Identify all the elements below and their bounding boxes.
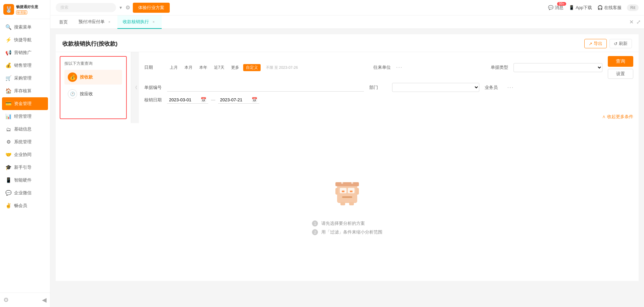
top-header: 搜索 ▼ ⚙ 体验行业方案 💬 消息 99+ 📱 App下载 🎧 在线客服 Ri…: [50, 0, 644, 15]
empty-state: 1 请先选择要分析的方案 2 用「过滤」条件来缩小分析范围: [56, 126, 639, 281]
sidebar-item-quick-nav[interactable]: ⚡ 快捷导航: [0, 34, 50, 46]
doc-no-input[interactable]: [167, 84, 364, 92]
sidebar-item-basic-info[interactable]: 🗂 基础信息: [0, 123, 50, 136]
tab-close-receipt[interactable]: ×: [151, 19, 156, 24]
date-tab-this-month[interactable]: 本月: [182, 64, 195, 71]
empty-illustration: [327, 171, 367, 212]
salesperson-label: 业务员: [485, 85, 505, 91]
sidebar-bottom: ⚙ ◀: [0, 293, 50, 307]
filter-by-receipt-label: 按收款: [80, 74, 93, 80]
svg-rect-3: [342, 191, 344, 192]
offset-date-end-input[interactable]: 2023-07-21: [220, 97, 250, 102]
tab-home[interactable]: 首页: [54, 15, 73, 29]
svg-rect-4: [350, 191, 353, 192]
collapse-icon[interactable]: ◀: [42, 296, 47, 304]
tab-close-prepay[interactable]: ×: [107, 19, 112, 24]
calendar-start-icon[interactable]: 📅: [201, 97, 206, 102]
doc-no-label: 单据编号: [144, 85, 164, 91]
tab-receipt-offset[interactable]: 收款核销执行 ×: [117, 15, 162, 29]
query-row-2: 单据编号 部门 业务员 ···: [144, 83, 633, 92]
filter-panel-title: 按以下方案查询: [64, 61, 122, 66]
settings-bottom-icon[interactable]: ⚙: [3, 296, 9, 304]
more-conditions-toggle[interactable]: ∧ 收起更多条件: [139, 112, 639, 123]
offset-date-start-input[interactable]: 2023-03-01: [169, 97, 199, 102]
sidebar-item-hardware[interactable]: 📱 智能硬件: [0, 174, 50, 187]
sidebar-item-operations[interactable]: 📊 经营管理: [0, 110, 50, 123]
message-icon: 💬: [548, 5, 553, 10]
filter-by-receivable[interactable]: 🕐 按应收: [64, 87, 122, 101]
solution-button[interactable]: 体验行业方案: [133, 3, 170, 13]
settings-icon[interactable]: ⚙: [125, 4, 130, 11]
gear-icon: ⚙: [5, 139, 11, 145]
page-title: 收款核销执行(按收款): [62, 40, 117, 48]
user-avatar[interactable]: Rit: [627, 4, 639, 11]
sidebar: 🐰 畅捷通好生意 标准版 🔍 搜索菜单 ⚡ 快捷导航 📢 营销推广 💰 销售管理…: [0, 0, 50, 307]
message-button[interactable]: 💬 消息 99+: [548, 5, 564, 11]
chart-icon: 📊: [5, 113, 11, 119]
query-button[interactable]: 查询: [608, 56, 633, 67]
message-badge: 99+: [557, 2, 566, 6]
doc-type-select[interactable]: [514, 63, 603, 72]
svg-rect-7: [356, 188, 359, 195]
guide-icon: 🎓: [5, 164, 11, 170]
sidebar-item-member[interactable]: ✌ 畅会员: [0, 199, 50, 212]
search-icon: 🔍: [5, 24, 11, 30]
sidebar-logo: 🐰 畅捷通好生意 标准版: [0, 0, 50, 19]
filter-by-receivable-label: 按应收: [80, 91, 93, 97]
sidebar-item-guide[interactable]: 🎓 新手引导: [0, 161, 50, 174]
refresh-icon: ↺: [614, 41, 618, 46]
wechat-icon: 💬: [5, 190, 11, 196]
date-tab-last-7-days[interactable]: 近7天: [211, 64, 227, 71]
page-content: 收款核销执行(按收款) ↗ 导出 ↺ 刷新: [50, 29, 644, 307]
sidebar-item-finance[interactable]: 💳 资金管理: [2, 97, 48, 110]
cart-icon: 🛒: [5, 75, 11, 81]
main-area: 搜索 ▼ ⚙ 体验行业方案 💬 消息 99+ 📱 App下载 🎧 在线客服 Ri…: [50, 0, 644, 307]
svg-rect-9: [349, 202, 354, 205]
filter-collapse-button[interactable]: 《: [131, 52, 139, 123]
query-buttons: 查询 设置: [608, 56, 633, 79]
empty-hint-2: 2 用「过滤」条件来缩小分析范围: [312, 228, 382, 237]
empty-hint-1: 1 请先选择要分析的方案: [312, 219, 382, 228]
date-tab-custom[interactable]: 自定义: [243, 64, 261, 71]
app-download-button[interactable]: 📱 App下载: [569, 5, 592, 11]
query-area: 按以下方案查询 💰 按收款 🕐 按应收 《: [56, 52, 639, 123]
tab-expand-icon[interactable]: ⤢: [636, 19, 641, 25]
tab-close-all-icon[interactable]: ✕: [629, 19, 634, 25]
svg-rect-8: [340, 202, 345, 205]
doc-no-field: 单据编号: [144, 84, 364, 92]
sidebar-item-purchase[interactable]: 🛒 采购管理: [0, 72, 50, 85]
tab-prepay-offset[interactable]: 预付冲应付单 ×: [73, 15, 117, 29]
doc-type-field: 单据类型: [491, 63, 603, 72]
counterparty-dots[interactable]: ···: [396, 64, 402, 70]
date-tab-more[interactable]: 更多: [228, 64, 242, 71]
sidebar-item-sales[interactable]: 💰 销售管理: [0, 59, 50, 72]
settings-button[interactable]: 设置: [608, 69, 633, 79]
salesperson-dots[interactable]: ···: [507, 85, 514, 91]
page-actions: ↗ 导出 ↺ 刷新: [584, 39, 632, 48]
search-box[interactable]: 搜索: [56, 3, 116, 12]
date-range-text: 不限 至 2023-07-26: [266, 65, 298, 70]
sidebar-item-enterprise[interactable]: 🤝 企业协同: [0, 148, 50, 161]
date-field: 日期 上月 本月 本年 近7天 更多 自定义: [144, 64, 368, 71]
collapse-arrows-icon: 《: [133, 85, 137, 91]
sidebar-item-search-menu[interactable]: 🔍 搜索菜单: [0, 21, 50, 34]
export-button[interactable]: ↗ 导出: [584, 39, 607, 48]
calendar-end-icon[interactable]: 📅: [252, 97, 257, 102]
refresh-button[interactable]: ↺ 刷新: [609, 39, 632, 48]
date-tabs: 上月 本月 本年 近7天 更多 自定义: [167, 64, 261, 71]
sidebar-item-marketing[interactable]: 📢 营销推广: [0, 46, 50, 59]
chevron-down-icon: ▼: [119, 5, 123, 10]
logo-badge: 标准版: [16, 10, 27, 14]
counterparty-field: 往来单位 ···: [373, 64, 485, 70]
sidebar-navigation: 🔍 搜索菜单 ⚡ 快捷导航 📢 营销推广 💰 销售管理 🛒 采购管理 🏠 库存核…: [0, 19, 50, 293]
sidebar-item-inventory[interactable]: 🏠 库存核算: [0, 85, 50, 97]
sidebar-item-wecom[interactable]: 💬 企业微信: [0, 187, 50, 199]
sidebar-item-system[interactable]: ⚙ 系统管理: [0, 136, 50, 148]
date-tab-this-year[interactable]: 本年: [197, 64, 210, 71]
date-tab-last-month[interactable]: 上月: [167, 64, 180, 71]
tab-actions: ✕ ⤢: [629, 19, 641, 25]
filter-by-receipt[interactable]: 💰 按收款: [64, 70, 122, 85]
online-service-button[interactable]: 🎧 在线客服: [597, 5, 622, 11]
department-select[interactable]: [392, 83, 479, 92]
inner-content: 收款核销执行(按收款) ↗ 导出 ↺ 刷新: [56, 34, 639, 281]
